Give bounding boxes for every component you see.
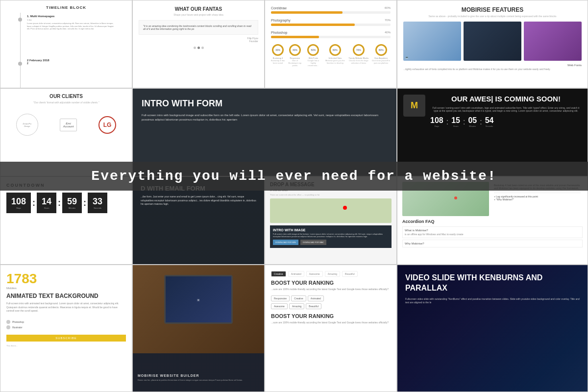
dot-1 — [194, 47, 196, 49]
panel-dark-laptop: ▣ MOBIRISE WEBSITE BUILDER Donec nec leo… — [132, 265, 265, 392]
skill-coreldraw-pct: 60% — [385, 6, 391, 11]
testimonial-quote: "It is an amazing idea combining the tes… — [139, 20, 258, 35]
big-number: 1783 — [6, 271, 126, 287]
skill-coreldraw: Coreldraw 60% — [271, 6, 391, 14]
mob-builder-desc1: Donec nec leo, placerat at porttitor fer… — [138, 379, 259, 382]
subscribe-button[interactable]: SUBSCRIBE — [6, 335, 126, 342]
timeline-item2: 2 — [27, 62, 115, 65]
tab2-responsive[interactable]: Responsive — [271, 295, 290, 301]
panel-fantastas: WHAT OUR FANTAS Shape your future web pr… — [132, 0, 265, 88]
clients-title: OUR CLIENTS — [5, 94, 127, 99]
cd-hours-label: Hours — [451, 125, 460, 127]
panel-timeline: TIMELINE BLOCK 1. Multi Homepages 1 Jan … — [0, 0, 132, 88]
tab3-beautiful[interactable]: Beautiful — [306, 303, 321, 309]
cd-hours-val: 15 — [451, 116, 460, 125]
coreldraw-bar-fill — [271, 11, 343, 14]
skill-photography: Photography 70% — [271, 19, 391, 26]
pie-host: 80% Host Anywhere Don't limit yourself i… — [371, 44, 391, 67]
web-fonts-desc: ...tightly exhaustive set of fonts compi… — [403, 68, 582, 71]
coming-soon-title: OUR AWES| IS COMING SOON! — [430, 95, 582, 103]
tab-beautiful[interactable]: Beautiful — [342, 271, 357, 277]
pie-responsive: 40% Responsive One of Bootstrap's top po… — [288, 44, 302, 67]
big-number-label: Mobiles — [6, 287, 126, 290]
boost-tabs-2: Responsive Creative Animated — [271, 295, 391, 301]
intro-image-title: INTRO WITH IMAGE — [273, 228, 389, 232]
fantastas-subtitle: Shape your future web project with sharp… — [139, 13, 258, 16]
cd2-hours-label: Hours — [42, 207, 51, 209]
quote-text: "It is an amazing idea combining the tes… — [143, 24, 251, 30]
panel-boost-ranking: Creative Animated Awesome Amazing Beauti… — [265, 265, 397, 392]
cd2-hours-val: 14 — [42, 196, 51, 207]
cd-seconds-label: Seconds — [485, 125, 494, 127]
photoshop-bar-fill — [271, 36, 319, 38]
coming-soon-countdown: 108 Days : 15 Hours : 05 Minutes : — [430, 116, 582, 127]
skill-illustrator-item: Illustrator — [6, 325, 126, 329]
tab-creative[interactable]: Creative — [271, 271, 286, 277]
skill-photoshop-item: Photoshop — [6, 320, 126, 324]
dot-3 — [201, 47, 204, 49]
cd-days-val: 108 — [430, 116, 443, 125]
author-title: Founder — [249, 40, 258, 43]
skill-photography-label: Photography — [271, 19, 291, 22]
cd2-days-label: Days — [11, 207, 26, 209]
web-fonts-label: Web Fonts — [403, 64, 582, 67]
cd-seconds-val: 54 — [485, 116, 494, 125]
photography-bar-bg — [271, 24, 391, 26]
cd-minutes-val: 05 — [468, 116, 477, 125]
logo-dreampix: DreamPixDesign — [16, 114, 38, 136]
cd2-minutes: 59 Minutes — [62, 193, 82, 213]
skills-list: Photoshop Illustrator — [6, 320, 126, 331]
countdown-display: 108 Days : 14 Hours : 59 Minutes : 33 Se… — [6, 193, 126, 213]
tab3-awesome[interactable]: Awesome — [271, 303, 288, 309]
skill-coreldraw-label: Coreldraw — [271, 6, 287, 10]
cd2-sep2: : — [58, 198, 61, 208]
download-mac-button[interactable]: DOWNLOAD FOR MAC — [300, 240, 326, 245]
download-win-button[interactable]: DOWNLOAD FOR WIN — [273, 240, 298, 245]
mobirise-features-subtitle: Same as above - probably included to giv… — [403, 15, 582, 18]
logo-emi: EmiAccount — [60, 119, 77, 131]
panel-mobirise-features: MOBIRISE FEATURES Same as above - probab… — [397, 0, 588, 88]
cd2-days: 108 Days — [6, 193, 31, 213]
video-slide-desc: Fullscreen video slide with outstanding … — [405, 297, 580, 305]
pie-trendy: 70% Trendy Website Blocks Choose from th… — [348, 44, 368, 67]
faq-item-2[interactable]: Why Mobirise? — [402, 240, 583, 247]
tab-amazing[interactable]: Amazing — [325, 271, 340, 277]
sep1: : — [446, 118, 448, 126]
boost-title-2: BOOST YOUR RANKING — [271, 313, 391, 319]
photoshop-bar-bg — [271, 36, 391, 38]
cd2-days-val: 108 — [11, 196, 26, 207]
mob-img-1: 💻 — [403, 22, 461, 61]
faq-a1: is an offline app for Windows and Mac to… — [405, 233, 580, 236]
photography-bar-fill — [271, 24, 355, 26]
intro-form-title: INTRO WITH FORM — [142, 98, 388, 109]
cd2-sep1: : — [32, 198, 35, 208]
drop-msg-desc: There are some info about the office — n… — [270, 194, 392, 196]
logo-lg: LG — [98, 116, 116, 134]
coreldraw-bar-bg — [271, 11, 391, 14]
cd2-hours: 14 Hours — [37, 193, 56, 213]
video-slide-title: VIDEO SLIDE WITH KENBURNS AND PARALLAX — [405, 273, 580, 294]
cd2-minutes-val: 59 — [67, 196, 77, 207]
tab-awesome[interactable]: Awesome — [306, 271, 323, 277]
tab2-animated[interactable]: Animated — [308, 295, 324, 301]
banner-text: Everything you will ever need for a webs… — [0, 169, 588, 184]
faq-item-1: What is Mobirise? is an offline app for … — [402, 226, 583, 238]
tab-animated[interactable]: Animated — [288, 271, 304, 277]
tab3-amazing[interactable]: Amazing — [289, 303, 304, 309]
cd2-sep3: : — [83, 198, 86, 208]
boost-tabs-1: Creative Animated Awesome Amazing Beauti… — [271, 271, 391, 277]
skill-photoshop-name: Photoshop — [12, 320, 24, 323]
skill-photoshop-label: Photoshop — [271, 31, 287, 34]
pie-charts-row: 30% Bootstrap 4 Bootstrap 4 has been not… — [271, 44, 391, 67]
pie-webfonts: 50% Web Fonts Google has a highly recomm… — [305, 44, 322, 67]
accordion-faq-section: Accordion FAQ What is Mobirise? is an of… — [402, 219, 583, 247]
panel-skills: Coreldraw 60% Photography 70% Photoshop … — [265, 0, 397, 88]
client-logos: DreamPixDesign EmiAccount LG — [5, 114, 127, 136]
mobirise-images-row: 💻 — [403, 22, 582, 61]
animated-text-title: ANIMATED TEXT BACKGROUND — [6, 293, 126, 299]
mob-img-2 — [464, 22, 521, 61]
sep3: : — [480, 118, 482, 126]
boost-title: BOOST YOUR RANKING — [271, 280, 391, 286]
tab2-creative[interactable]: Creative — [291, 295, 306, 301]
skill-illustrator-name: Illustrator — [12, 326, 23, 329]
